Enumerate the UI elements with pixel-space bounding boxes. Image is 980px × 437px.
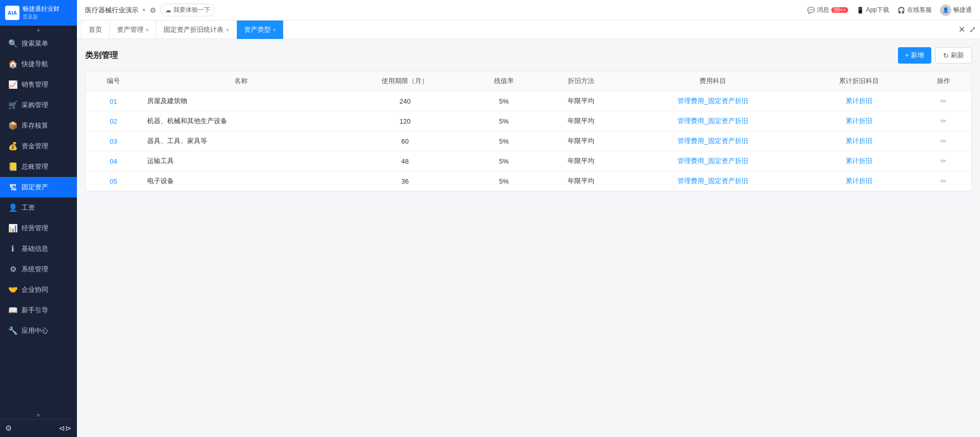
cell-method: 年限平均 xyxy=(539,91,624,111)
table-row: 02 机器、机械和其他生产设备 120 5% 年限平均 管理费用_固定资产折旧 … xyxy=(86,111,971,131)
sidebar: AtA 畅捷通好业财 普及版 ▲ 🔍 搜索菜单 🏠 快捷导航 📈 销售管理 🛒 … xyxy=(0,0,77,437)
cell-edit[interactable]: ✏ xyxy=(916,91,971,111)
cell-expense: 管理费用_固定资产折旧 xyxy=(623,151,802,171)
sidebar-bottom: ⚙ ⊲⊳ xyxy=(0,419,77,437)
close-tab-icon[interactable]: ✕ xyxy=(958,25,965,34)
cell-code: 05 xyxy=(86,171,141,191)
col-actions: 操作 xyxy=(916,71,971,91)
tab-asset-mgmt[interactable]: 资产管理 × xyxy=(110,21,156,39)
cell-residual: 5% xyxy=(469,171,538,191)
mobile-icon: 📱 xyxy=(856,7,864,14)
online-service-button[interactable]: 🎧 在线客服 xyxy=(897,6,932,14)
tab-close-asset-mgmt[interactable]: × xyxy=(146,27,149,33)
app-center-icon: 🔧 xyxy=(8,326,17,335)
home-icon: 🏠 xyxy=(8,59,17,69)
sidebar-nav: ▲ 🔍 搜索菜单 🏠 快捷导航 📈 销售管理 🛒 采购管理 📦 库存核算 💰 资… xyxy=(0,26,77,411)
cell-expense: 管理费用_固定资产折旧 xyxy=(623,171,802,191)
sidebar-item-system[interactable]: ⚙ 系统管理 xyxy=(0,259,77,280)
cell-accumulated: 累计折旧 xyxy=(803,171,916,191)
tabs-bar: 首页 资产管理 × 固定资产折旧统计表 × 资产类型 × ✕ ⤢ xyxy=(77,21,980,39)
tab-asset-type[interactable]: 资产类型 × xyxy=(237,21,284,39)
message-badge: 99++ xyxy=(831,7,848,13)
sidebar-item-operations[interactable]: 📊 经营管理 xyxy=(0,218,77,239)
user-menu[interactable]: 👤 畅捷通 xyxy=(940,5,972,16)
salary-icon: 👤 xyxy=(8,203,17,212)
sidebar-item-guide[interactable]: 📖 新手引导 xyxy=(0,300,77,321)
edit-icon[interactable]: ✏ xyxy=(941,97,947,105)
scroll-down-indicator: ▼ xyxy=(0,411,77,419)
cell-method: 年限平均 xyxy=(539,131,624,151)
sidebar-item-fixed-assets[interactable]: 🏗 固定资产 xyxy=(0,177,77,197)
message-icon: 💬 xyxy=(807,7,815,14)
company-dropdown-icon[interactable]: ▾ xyxy=(143,7,146,13)
cell-edit[interactable]: ✏ xyxy=(916,171,971,191)
system-icon: ⚙ xyxy=(8,265,17,274)
tab-depreciation-table[interactable]: 固定资产折旧统计表 × xyxy=(156,21,236,39)
edit-icon[interactable]: ✏ xyxy=(941,117,947,125)
tab-close-asset-type[interactable]: × xyxy=(273,27,276,33)
topbar-settings-icon[interactable]: ⚙ xyxy=(150,6,156,14)
expand-tab-icon[interactable]: ⤢ xyxy=(969,25,976,34)
sidebar-item-app-center[interactable]: 🔧 应用中心 xyxy=(0,321,77,341)
scroll-up-indicator: ▲ xyxy=(0,26,77,33)
sidebar-item-quicknav[interactable]: 🏠 快捷导航 xyxy=(0,54,77,74)
refresh-button[interactable]: ↻ 刷新 xyxy=(935,47,972,64)
sidebar-item-search[interactable]: 🔍 搜索菜单 xyxy=(0,33,77,54)
cell-expense: 管理费用_固定资产折旧 xyxy=(623,131,802,151)
content-area: 类别管理 + 新增 ↻ 刷新 编号 名称 使用期限（月） 残值率 折旧方法 xyxy=(77,39,980,437)
cell-months: 60 xyxy=(341,131,469,151)
table-row: 03 器具、工具、家具等 60 5% 年限平均 管理费用_固定资产折旧 累计折旧… xyxy=(86,131,971,151)
app-download-button[interactable]: 📱 App下载 xyxy=(856,6,889,14)
cell-method: 年限平均 xyxy=(539,171,624,191)
logo-icon: AtA xyxy=(5,6,19,20)
settings-bottom-icon[interactable]: ⚙ xyxy=(5,424,12,433)
edit-icon[interactable]: ✏ xyxy=(941,137,947,145)
collapse-icon[interactable]: ⊲⊳ xyxy=(58,424,72,433)
cell-edit[interactable]: ✏ xyxy=(916,111,971,131)
topbar: 医疗器械行业演示 ▾ ⚙ ☁ 我要体验一下 💬 消息 99++ 📱 App下载 … xyxy=(77,0,980,21)
col-code: 编号 xyxy=(86,71,141,91)
cell-name: 机器、机械和其他生产设备 xyxy=(141,111,341,131)
edit-icon[interactable]: ✏ xyxy=(941,157,947,165)
sidebar-item-inventory[interactable]: 📦 库存核算 xyxy=(0,115,77,136)
tab-home[interactable]: 首页 xyxy=(81,21,110,39)
sidebar-item-ledger[interactable]: 📒 总账管理 xyxy=(0,156,77,177)
col-months: 使用期限（月） xyxy=(341,71,469,91)
sidebar-item-capital[interactable]: 💰 资金管理 xyxy=(0,136,77,156)
cell-name: 房屋及建筑物 xyxy=(141,91,341,111)
experience-button[interactable]: ☁ 我要体验一下 xyxy=(161,4,215,16)
operations-icon: 📊 xyxy=(8,224,17,233)
cell-accumulated: 累计折旧 xyxy=(803,131,916,151)
table-row: 04 运输工具 48 5% 年限平均 管理费用_固定资产折旧 累计折旧 ✏ xyxy=(86,151,971,171)
search-icon: 🔍 xyxy=(8,39,17,48)
tab-close-depreciation-table[interactable]: × xyxy=(226,27,229,33)
page-header: 类别管理 + 新增 ↻ 刷新 xyxy=(85,47,972,64)
table-body: 01 房屋及建筑物 240 5% 年限平均 管理费用_固定资产折旧 累计折旧 ✏… xyxy=(86,91,971,191)
cell-code: 02 xyxy=(86,111,141,131)
sidebar-item-salary[interactable]: 👤 工资 xyxy=(0,197,77,218)
cell-months: 120 xyxy=(341,111,469,131)
sidebar-item-enterprise[interactable]: 🤝 企业协同 xyxy=(0,280,77,300)
sidebar-item-purchase[interactable]: 🛒 采购管理 xyxy=(0,95,77,115)
edit-icon[interactable]: ✏ xyxy=(941,177,947,185)
message-button[interactable]: 💬 消息 99++ xyxy=(807,6,848,14)
cell-method: 年限平均 xyxy=(539,111,624,131)
cell-edit[interactable]: ✏ xyxy=(916,151,971,171)
cell-residual: 5% xyxy=(469,111,538,131)
avatar: 👤 xyxy=(940,5,951,16)
cell-name: 器具、工具、家具等 xyxy=(141,131,341,151)
col-expense: 费用科目 xyxy=(623,71,802,91)
cell-accumulated: 累计折旧 xyxy=(803,91,916,111)
cell-name: 运输工具 xyxy=(141,151,341,171)
sidebar-item-basic-info[interactable]: ℹ 基础信息 xyxy=(0,239,77,259)
cell-residual: 5% xyxy=(469,91,538,111)
cloud-icon: ☁ xyxy=(165,7,171,14)
app-name: 畅捷通好业财 xyxy=(23,5,59,13)
new-button[interactable]: + 新增 xyxy=(898,47,931,64)
enterprise-icon: 🤝 xyxy=(8,285,17,294)
cell-expense: 管理费用_固定资产折旧 xyxy=(623,111,802,131)
col-method: 折旧方法 xyxy=(539,71,624,91)
cell-edit[interactable]: ✏ xyxy=(916,131,971,151)
sidebar-item-sales[interactable]: 📈 销售管理 xyxy=(0,74,77,95)
table-header-row: 编号 名称 使用期限（月） 残值率 折旧方法 费用科目 累计折旧科目 操作 xyxy=(86,71,971,91)
